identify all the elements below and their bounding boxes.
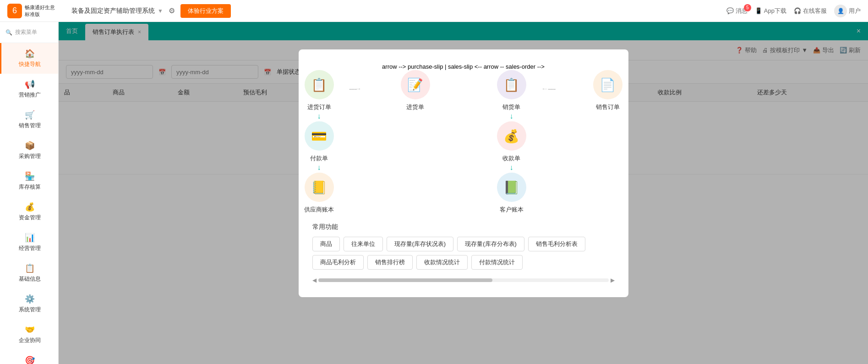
common-btn-销售排行榜[interactable]: 销售排行榜 [367, 255, 413, 270]
flow-item-customer[interactable]: 📗 客户账本 [482, 173, 541, 214]
scroll-left-btn[interactable]: ◀ [312, 277, 317, 283]
sidebar-icon-system: ⚙️ [25, 294, 35, 304]
flow-item-sales-slip[interactable]: 📋 销货单 [482, 70, 541, 111]
common-btn-现存量(库存分布表)[interactable]: 现存量(库存分布表) [457, 237, 524, 251]
flow-item-sales-order[interactable]: 📄 销售订单 [578, 70, 638, 111]
sidebar-label-marketing: 营销推广 [19, 91, 41, 99]
popup-scrollbar: ◀ ▶ [312, 277, 615, 283]
online-service-icon: 🎧 [794, 7, 801, 14]
sidebar-icon-inventory: 🏪 [25, 171, 35, 181]
sidebar-icon-marketing: 📢 [25, 79, 35, 89]
common-btn-往来单位[interactable]: 往来单位 [344, 237, 383, 251]
arrow-down-4: ↓ [510, 163, 513, 172]
receipt-label: 收款单 [502, 154, 520, 163]
supplier-icon: 📒 [305, 173, 334, 202]
sales-order-icon: 📄 [593, 70, 622, 99]
sales-slip-label: 销货单 [502, 103, 520, 111]
sidebar-icon-sales: 🛒 [25, 110, 35, 120]
purchase-slip-label: 进货单 [406, 103, 424, 111]
arrow-down-2: ↓ [510, 112, 513, 120]
common-btns: 商品往来单位现存量(库存状况表)现存量(库存分布表)销售毛利分析表商品毛利分析销… [312, 237, 615, 270]
sidebar-label-basic-info: 基础信息 [19, 275, 41, 283]
sidebar-label-sales: 销售管理 [19, 122, 41, 130]
flow-item-purchase-slip[interactable]: 📝 进货单 [386, 70, 445, 111]
app-download-item[interactable]: 📱 App下载 [755, 7, 786, 15]
common-btn-销售毛利分析表[interactable]: 销售毛利分析表 [528, 237, 585, 251]
payment-label: 付款单 [310, 154, 328, 163]
sidebar-icon-beginner: 🎯 [25, 355, 35, 364]
message-item[interactable]: 💬 消息 5 [726, 7, 748, 15]
sidebar-label-finance: 资金管理 [19, 214, 41, 222]
common-btn-现存量(库存状况表)[interactable]: 现存量(库存状况表) [387, 237, 454, 251]
sales-order-label: 销售订单 [596, 103, 620, 111]
common-btn-收款情况统计[interactable]: 收款情况统计 [416, 255, 468, 270]
sidebar-item-sales[interactable]: 🛒 销售管理 [0, 104, 58, 135]
sidebar-item-operations[interactable]: 📊 经营管理 [0, 227, 58, 258]
system-title-dropdown[interactable]: ▼ [158, 8, 163, 14]
popup-card: arrow --> purchase-slip | sales-slip <--… [299, 49, 628, 297]
sidebar-icon-operations: 📊 [25, 233, 35, 243]
sidebar-item-inventory[interactable]: 🏪 库存核算 [0, 166, 58, 196]
scrollbar-track [318, 278, 609, 282]
settings-icon[interactable]: ⚙ [169, 6, 175, 15]
sidebar-item-quick-nav[interactable]: 🏠 快捷导航 [0, 43, 58, 74]
trial-btn[interactable]: 体验行业方案 [180, 4, 231, 18]
arrow-down-3: ↓ [317, 163, 321, 172]
sidebar-label-quick-nav: 快捷导航 [19, 60, 41, 68]
sidebar-icon-purchase: 📦 [25, 141, 35, 151]
sidebar-search: 🔍 搜索菜单 [0, 22, 58, 43]
sidebar-item-beginner[interactable]: 🎯 新手引导 [0, 350, 58, 364]
supplier-label: 供应商账本 [304, 206, 334, 214]
sidebar-label-enterprise: 企业协同 [19, 337, 41, 344]
sidebar-item-finance[interactable]: 💰 资金管理 [0, 196, 58, 227]
sales-slip-icon: 📋 [497, 70, 526, 99]
system-title: 装备及固定资产辅助管理系统 ▼ [71, 7, 163, 15]
sidebar-search-btn[interactable]: 🔍 搜索菜单 [4, 27, 55, 38]
sidebar-item-purchase[interactable]: 📦 采购管理 [0, 135, 58, 166]
app-download-icon: 📱 [755, 7, 762, 14]
sidebar-label-system: 系统管理 [19, 306, 41, 314]
sidebar-label-operations: 经营管理 [19, 244, 41, 252]
sidebar-label-inventory: 库存核算 [19, 183, 41, 191]
user-avatar: 👤 [834, 5, 847, 17]
customer-label: 客户账本 [500, 206, 524, 214]
customer-icon: 📗 [497, 173, 526, 202]
sidebar-icon-basic-info: 📋 [25, 263, 35, 273]
online-service-item[interactable]: 🎧 在线客服 [794, 7, 827, 15]
flow-section: arrow --> purchase-slip | sales-slip <--… [312, 63, 615, 214]
payment-icon: 💳 [305, 121, 334, 151]
content-area: 首页 销售订单执行表 × × ❓ 帮助 🖨 按 [59, 22, 868, 364]
purchase-order-label: 进货订单 [307, 103, 331, 111]
logo-text: 畅康通好生意 标准版 [25, 4, 55, 17]
common-btn-商品毛利分析[interactable]: 商品毛利分析 [312, 255, 364, 270]
scrollbar-thumb [318, 278, 492, 282]
sidebar-icon-finance: 💰 [25, 202, 35, 212]
top-right: 💬 消息 5 📱 App下载 🎧 在线客服 👤 用户 [726, 5, 861, 17]
logo-icon: 6 [7, 4, 22, 18]
sidebar-item-system[interactable]: ⚙️ 系统管理 [0, 288, 58, 319]
common-btn-付款情况统计[interactable]: 付款情况统计 [471, 255, 523, 270]
common-section: 常用功能 商品往来单位现存量(库存状况表)现存量(库存分布表)销售毛利分析表商品… [312, 223, 615, 270]
sidebar-item-basic-info[interactable]: 📋 基础信息 [0, 258, 58, 288]
logo-area: 6 畅康通好生意 标准版 [7, 4, 66, 18]
search-icon: 🔍 [5, 29, 12, 36]
sidebar-item-enterprise[interactable]: 🤝 企业协同 [0, 319, 58, 350]
flow-item-payment[interactable]: 💳 付款单 [289, 121, 349, 163]
flow-item-purchase-order[interactable]: 📋 进货订单 [289, 70, 349, 111]
common-title: 常用功能 [312, 223, 615, 231]
purchase-order-icon: 📋 [305, 70, 334, 99]
overlay: arrow --> purchase-slip | sales-slip <--… [59, 22, 868, 364]
user-item[interactable]: 👤 用户 [834, 5, 861, 17]
message-icon: 💬 [726, 7, 734, 14]
flow-item-receipt[interactable]: 💰 收款单 [482, 121, 541, 163]
sidebar-icon-enterprise: 🤝 [25, 325, 35, 335]
sidebar-icon-quick-nav: 🏠 [25, 49, 35, 59]
sidebar-item-marketing[interactable]: 📢 营销推广 [0, 74, 58, 104]
common-btn-商品[interactable]: 商品 [312, 237, 340, 251]
receipt-icon: 💰 [497, 121, 526, 151]
flow-item-supplier[interactable]: 📒 供应商账本 [289, 173, 349, 214]
arrow-down-1: ↓ [317, 112, 321, 120]
sidebar-nav: 🏠 快捷导航 📢 营销推广 🛒 销售管理 📦 采购管理 🏪 库存核算 💰 资金管… [0, 43, 58, 364]
message-badge: 5 [744, 4, 751, 11]
scroll-right-btn[interactable]: ▶ [611, 277, 615, 283]
